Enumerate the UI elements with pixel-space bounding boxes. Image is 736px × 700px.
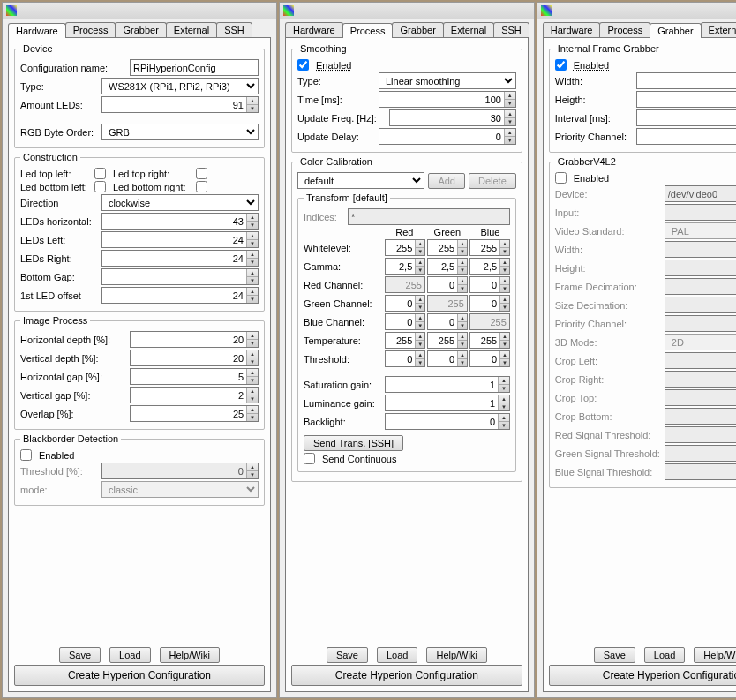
- label-v4l2-height: Height:: [555, 263, 661, 274]
- footer: Save Load Help/Wiki Create Hyperion Conf…: [549, 640, 736, 688]
- spin-hg[interactable]: ▲▼: [130, 368, 259, 385]
- label-bb-enabled: Enabled: [39, 450, 74, 461]
- spin-vg[interactable]: ▲▼: [130, 387, 259, 403]
- load-button[interactable]: Load: [644, 647, 685, 663]
- spin-leds-h[interactable]: ▲▼: [101, 213, 259, 230]
- titlebar[interactable]: [280, 3, 534, 19]
- create-config-button[interactable]: Create Hyperion Configuration: [549, 665, 736, 686]
- tab-grabber[interactable]: Grabber: [392, 22, 443, 37]
- label-offset: 1st LED offset: [20, 290, 98, 301]
- spin-rc-g[interactable]: ▲▼: [427, 276, 468, 293]
- spin-sat[interactable]: ▲▼: [385, 376, 510, 393]
- spin-ga-r[interactable]: ▲▼: [385, 258, 425, 275]
- spin-rc-b[interactable]: ▲▼: [469, 276, 510, 293]
- spin-th-g[interactable]: ▲▼: [427, 350, 468, 367]
- spin-sm-delay[interactable]: ▲▼: [379, 128, 516, 145]
- spin-tp-r[interactable]: ▲▼: [385, 332, 425, 349]
- help-button[interactable]: Help/Wiki: [160, 647, 220, 663]
- spin-ov[interactable]: ▲▼: [130, 405, 259, 422]
- send-trans-button[interactable]: Send Trans. [SSH]: [304, 435, 403, 451]
- load-button[interactable]: Load: [377, 647, 417, 663]
- spin-ga-g[interactable]: ▲▼: [427, 258, 468, 275]
- spin-int-prio[interactable]: ▲▼: [636, 128, 736, 145]
- tab-process[interactable]: Process: [342, 23, 394, 38]
- spin-leds-l[interactable]: ▲▼: [101, 231, 259, 248]
- save-button[interactable]: Save: [59, 647, 101, 663]
- save-button[interactable]: Save: [594, 647, 635, 663]
- tab-hardware[interactable]: Hardware: [543, 22, 601, 37]
- spin-bc-g[interactable]: ▲▼: [427, 313, 468, 330]
- check-lbr[interactable]: [196, 181, 207, 192]
- spin-sm-time[interactable]: ▲▼: [379, 91, 516, 108]
- tab-process[interactable]: Process: [65, 22, 116, 37]
- input-cfgname[interactable]: [130, 59, 259, 76]
- spin-tp-b[interactable]: ▲▼: [469, 332, 510, 349]
- tab-ssh[interactable]: SSH: [216, 22, 252, 37]
- check-sendcont[interactable]: [304, 453, 315, 464]
- create-config-button[interactable]: Create Hyperion Configuration: [291, 665, 522, 686]
- spin-vd[interactable]: ▲▼: [130, 350, 259, 366]
- combo-rgb[interactable]: GRB: [101, 124, 259, 140]
- legend-construction: Construction: [20, 152, 80, 162]
- spin-th-r[interactable]: ▲▼: [385, 350, 425, 367]
- tab-grabber[interactable]: Grabber: [115, 22, 166, 37]
- load-button[interactable]: Load: [109, 647, 150, 663]
- create-config-button[interactable]: Create Hyperion Configuration: [14, 665, 265, 686]
- tab-grabber[interactable]: Grabber: [650, 23, 701, 38]
- label-hg: Horizontal gap [%]:: [20, 372, 126, 382]
- combo-profile[interactable]: default: [297, 172, 424, 189]
- spin-th-b[interactable]: ▲▼: [469, 350, 510, 367]
- check-bb-enabled[interactable]: [20, 449, 32, 461]
- check-sm-enabled[interactable]: [297, 59, 309, 71]
- save-button[interactable]: Save: [327, 647, 368, 663]
- spin-int-width[interactable]: ▲▼: [636, 72, 736, 89]
- spin-bc-r[interactable]: ▲▼: [385, 313, 425, 330]
- spin-wl-g[interactable]: ▲▼: [427, 239, 468, 256]
- spin-hd[interactable]: ▲▼: [130, 331, 259, 348]
- group-construction: Construction Led top left: Led top right…: [14, 152, 265, 312]
- check-int-enabled[interactable]: [555, 59, 567, 71]
- spin-wl-b[interactable]: ▲▼: [469, 239, 510, 256]
- window-hardware: Hardware Process Grabber External SSH De…: [2, 2, 277, 698]
- tab-ssh[interactable]: SSH: [493, 22, 529, 37]
- legend-transform: Transform [default]: [304, 192, 390, 203]
- spin-offset[interactable]: ▲▼: [101, 287, 259, 304]
- titlebar[interactable]: [3, 3, 276, 19]
- tab-hardware[interactable]: Hardware: [8, 23, 66, 38]
- check-v4l2-enabled[interactable]: [555, 172, 567, 184]
- spin-gc-r[interactable]: ▲▼: [385, 295, 425, 312]
- spin-int-interval[interactable]: ▲▼: [636, 109, 736, 126]
- label-v4l2-fdec: Frame Decimation:: [555, 282, 661, 292]
- spin-v4l2-height: ▲▼: [665, 260, 736, 276]
- spin-leds-r[interactable]: ▲▼: [101, 250, 259, 267]
- tab-external[interactable]: External: [166, 22, 217, 37]
- spin-bgap[interactable]: ▲▼: [101, 268, 259, 285]
- spin-sm-freq[interactable]: ▲▼: [389, 109, 516, 126]
- tab-hardware[interactable]: Hardware: [285, 22, 343, 37]
- spin-ga-b[interactable]: ▲▼: [469, 258, 510, 275]
- combo-type[interactable]: WS281X (RPi1, RPi2, RPi3): [101, 78, 259, 94]
- check-ltl[interactable]: [94, 168, 106, 179]
- spin-int-height[interactable]: ▲▼: [636, 91, 736, 108]
- spin-wl-r[interactable]: ▲▼: [385, 239, 425, 256]
- check-ltr[interactable]: [196, 168, 207, 179]
- help-button[interactable]: Help/Wiki: [694, 647, 736, 663]
- spin-back[interactable]: ▲▼: [385, 413, 510, 430]
- combo-dir[interactable]: clockwise: [101, 194, 259, 211]
- label-leds-r: LEDs Right:: [20, 253, 98, 264]
- spin-gc-b[interactable]: ▲▼: [469, 295, 510, 312]
- titlebar[interactable]: [537, 3, 736, 19]
- spin-amount[interactable]: ▲▼: [101, 96, 259, 113]
- spin-tp-g[interactable]: ▲▼: [427, 332, 468, 349]
- tab-external[interactable]: External: [443, 22, 494, 37]
- check-lbl[interactable]: [94, 181, 106, 192]
- tab-process[interactable]: Process: [599, 22, 650, 37]
- val-gc-g: [427, 295, 468, 312]
- label-indices: Indices:: [304, 212, 344, 222]
- help-button[interactable]: Help/Wiki: [426, 647, 486, 663]
- combo-sm-type[interactable]: Linear smoothing: [379, 72, 516, 89]
- tab-external[interactable]: External: [701, 22, 736, 37]
- spin-v4l2-cb: ▲▼: [665, 408, 736, 425]
- spin-lum[interactable]: ▲▼: [385, 395, 510, 411]
- label-bb-mode: mode:: [20, 485, 98, 495]
